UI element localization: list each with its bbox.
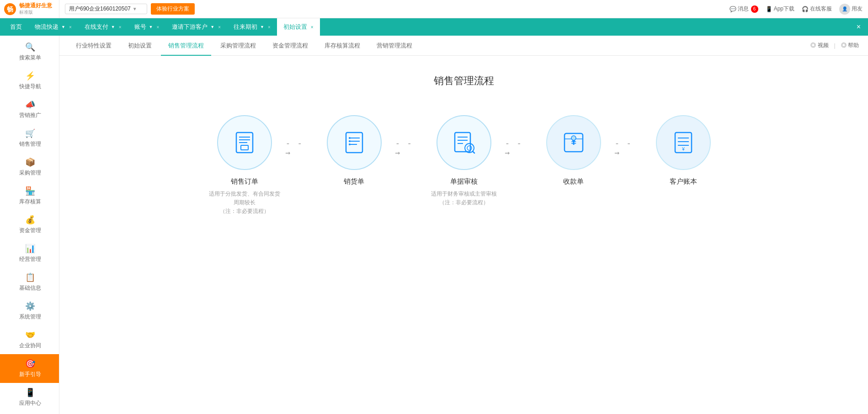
tab-payment[interactable]: 在线支付 ▼ × [78,18,128,36]
audit-circle [437,115,491,170]
close-icon[interactable]: × [311,25,314,30]
chevron-down-icon: ▼ [210,25,214,29]
svg-rect-7 [346,133,362,153]
arrow-icon: - - → [615,138,642,157]
sidebar-item-guide[interactable]: 🎯 新手引导 [0,354,59,383]
sidebar-item-label: 采购管理 [19,169,41,177]
tab-period[interactable]: 往来期初 ▼ × [227,18,277,36]
tab-home-label: 首页 [10,23,22,31]
sub-tab-finance-flow[interactable]: 资金管理流程 [265,36,315,56]
sub-tab-crm-flow[interactable]: 营销管理流程 [369,36,420,56]
user-selector[interactable]: 用户690企业1660120507 ▼ [65,4,147,14]
mobile-icon: 📱 [25,387,35,398]
arrow-2: - - → [395,115,423,157]
sidebar-item-label: 营销推广 [19,111,41,119]
sidebar-item-label: 新手引导 [19,371,41,378]
service-label: 在线客服 [810,5,832,13]
close-icon[interactable]: × [156,25,159,30]
sales-invoice-circle [327,115,382,170]
search-icon: 🔍 [25,42,35,52]
top-header: 用户690企业1660120507 ▼ 体验行业方案 💬 消息 6 📱 App下… [59,0,868,18]
svg-point-24 [571,136,576,140]
step-desc: 适用于财务审核或主管审核（注：非必要流程） [431,190,497,207]
sidebar-item-shortcut[interactable]: ⚡ 快捷导航 [0,66,59,95]
app-download-item[interactable]: 📱 App下载 [766,5,794,13]
svg-point-19 [467,146,472,150]
arrow-4: - - → [615,115,642,157]
top-header-right: 💬 消息 6 📱 App下载 🎧 在线客服 👤 用友 [730,4,863,15]
help-link[interactable]: ◎ 帮助 [841,42,859,49]
close-icon[interactable]: × [119,25,122,30]
tab-setup[interactable]: 初始设置 × [277,18,320,36]
arrow-icon: - - → [286,138,313,157]
sidebar-item-system[interactable]: ⚙️ 系统管理 [0,297,59,325]
sidebar-item-basic[interactable]: 📋 基础信息 [0,268,59,297]
svg-text:¥: ¥ [682,147,685,152]
avatar: 👤 [839,4,850,15]
sidebar: 🔍 搜索菜单 ⚡ 快捷导航 📣 营销推广 🛒 销售管理 📦 采购管理 🏪 库存核… [0,36,59,414]
service-item[interactable]: 🎧 在线客服 [802,5,832,13]
sidebar-item-label: 资金管理 [19,227,41,234]
sidebar-item-label: 经营管理 [19,255,41,263]
video-link[interactable]: ◎ 视频 [810,42,828,49]
sub-tab-inventory-calc[interactable]: 库存核算流程 [317,36,367,56]
gear-icon: ⚙️ [25,301,35,311]
process-step-account[interactable]: ¥ 客户账本 [642,115,724,190]
tab-invite[interactable]: 邀请下游客户 ▼ × [165,18,227,36]
process-flow: 销售订单 适用于分批发货、有合同发货周期较长（注：非必要流程） - - → [203,115,724,216]
sidebar-item-label: 系统管理 [19,313,41,321]
account-circle: ¥ [656,115,711,170]
user-selector-text: 用户690企业1660120507 [69,5,131,13]
sidebar-item-purchase[interactable]: 📦 采购管理 [0,153,59,181]
sub-tab-sales-flow[interactable]: 销售管理流程 [161,36,211,56]
process-step-receipt[interactable]: ¥ 收款单 [533,115,615,190]
step-desc: 适用于分批发货、有合同发货周期较长（注：非必要流程） [208,190,281,216]
message-item[interactable]: 💬 消息 6 [730,5,758,13]
tab-account-label: 账号 [134,23,146,31]
sidebar-item-label: 企业协同 [19,342,41,350]
tab-logistics[interactable]: 物流快递 ▼ × [28,18,78,36]
sub-tab-purchase-flow[interactable]: 采购管理流程 [213,36,263,56]
sidebar-item-label: 快捷导航 [19,83,41,90]
tab-home[interactable]: 首页 [4,18,28,36]
sub-tabs: 行业特性设置 初始设置 销售管理流程 采购管理流程 资金管理流程 库存核算流程 … [59,36,868,56]
sidebar-item-wechat[interactable]: 💬 企业微信 [0,412,59,414]
tab-account[interactable]: 账号 ▼ × [128,18,166,36]
close-icon[interactable]: × [268,25,271,30]
arrow-icon: - - → [395,138,423,157]
sidebar-item-search[interactable]: 🔍 搜索菜单 [0,37,59,66]
step-name: 单据审核 [450,177,478,186]
receipt-circle: ¥ [546,115,601,170]
box-icon: 📦 [25,157,35,167]
close-icon[interactable]: × [218,25,221,30]
close-all-button[interactable]: × [853,23,864,31]
sales-order-circle [217,115,272,170]
process-content: 销售管理流程 销售订单 适用于分批发货、有合同发货周期较长（ [59,56,868,414]
chevron-down-icon: ▼ [61,25,65,29]
chevron-down-icon: ▼ [133,6,137,11]
tab-payment-label: 在线支付 [85,23,108,31]
sidebar-item-label: 应用中心 [19,399,41,407]
sub-tab-industry[interactable]: 行业特性设置 [69,36,119,56]
sub-tab-init[interactable]: 初始设置 [121,36,159,56]
sidebar-item-label: 销售管理 [19,140,41,148]
process-step-sales-order[interactable]: 销售订单 适用于分批发货、有合同发货周期较长（注：非必要流程） [203,115,286,216]
process-step-sales-invoice[interactable]: 销货单 [313,115,395,190]
sidebar-item-sales[interactable]: 🛒 销售管理 [0,124,59,153]
lightning-icon: ⚡ [25,71,35,81]
close-icon[interactable]: × [69,25,72,30]
sidebar-item-marketing[interactable]: 📣 营销推广 [0,95,59,124]
arrow-1: - - → [286,115,313,157]
warehouse-icon: 🏪 [25,186,35,196]
sidebar-item-apps[interactable]: 📱 应用中心 [0,383,59,412]
sidebar-item-inventory[interactable]: 🏪 库存核算 [0,181,59,210]
step-name: 客户账本 [670,177,697,186]
experience-button[interactable]: 体验行业方案 [151,3,195,15]
logo-icon: 畅 [4,3,16,16]
sidebar-item-finance[interactable]: 💰 资金管理 [0,210,59,239]
sidebar-item-operation[interactable]: 📊 经营管理 [0,239,59,268]
user-item[interactable]: 👤 用友 [839,4,863,15]
process-step-audit[interactable]: 单据审核 适用于财务审核或主管审核（注：非必要流程） [423,115,505,207]
sidebar-item-enterprise[interactable]: 🤝 企业协同 [0,325,59,354]
headset-icon: 🎧 [802,6,809,12]
